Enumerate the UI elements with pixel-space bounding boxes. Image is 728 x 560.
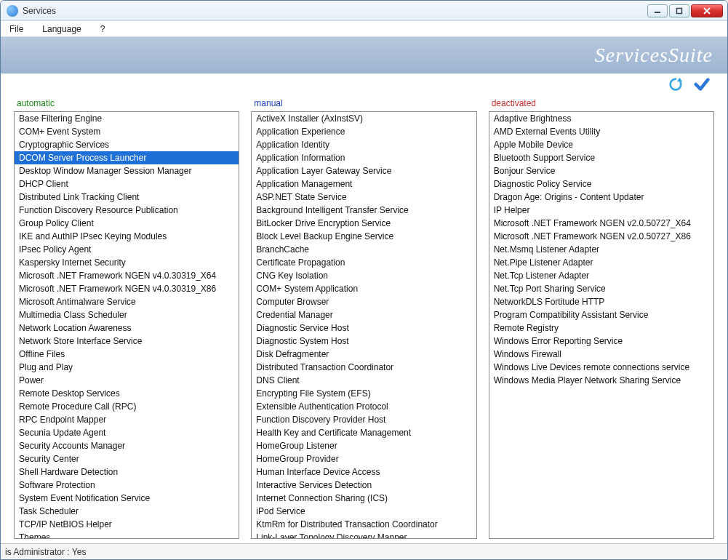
- list-item[interactable]: Kaspersky Internet Security: [15, 256, 239, 269]
- list-item[interactable]: IKE and AuthIP IPsec Keying Modules: [15, 230, 239, 243]
- list-item[interactable]: DNS Client: [252, 374, 476, 387]
- list-item[interactable]: Shell Hardware Detection: [15, 465, 239, 479]
- list-item[interactable]: Human Interface Device Access: [252, 465, 476, 479]
- list-item[interactable]: Health Key and Certificate Management: [252, 426, 476, 439]
- list-item[interactable]: Task Scheduler: [15, 505, 239, 518]
- list-item[interactable]: Encrypting File System (EFS): [252, 387, 476, 400]
- list-item[interactable]: Disk Defragmenter: [252, 348, 476, 361]
- list-item[interactable]: Cryptographic Services: [15, 138, 239, 151]
- list-item[interactable]: COM+ System Application: [252, 282, 476, 295]
- list-item[interactable]: Bonjour Service: [489, 164, 713, 177]
- list-item[interactable]: Bluetooth Support Service: [489, 151, 713, 164]
- list-item[interactable]: Group Policy Client: [15, 217, 239, 230]
- list-item[interactable]: DCOM Server Process Launcher: [15, 151, 239, 164]
- list-item[interactable]: Themes: [15, 531, 239, 539]
- menu-help[interactable]: ?: [96, 23, 110, 36]
- list-item[interactable]: Microsoft .NET Framework NGEN v2.0.50727…: [489, 217, 713, 230]
- list-item[interactable]: Secunia Update Agent: [15, 426, 239, 439]
- list-item[interactable]: Remote Procedure Call (RPC): [15, 400, 239, 413]
- list-item[interactable]: Link-Layer Topology Discovery Mapper: [252, 531, 476, 539]
- list-item[interactable]: Application Information: [252, 151, 476, 164]
- list-item[interactable]: BranchCache: [252, 243, 476, 256]
- minimize-button[interactable]: [647, 4, 668, 17]
- list-item[interactable]: Application Management: [252, 177, 476, 191]
- list-item[interactable]: Background Intelligent Transfer Service: [252, 204, 476, 217]
- list-item[interactable]: Application Identity: [252, 138, 476, 151]
- list-item[interactable]: Internet Connection Sharing (ICS): [252, 492, 476, 505]
- list-item[interactable]: Microsoft .NET Framework NGEN v4.0.30319…: [15, 269, 239, 282]
- list-item[interactable]: KtmRm for Distributed Transaction Coordi…: [252, 518, 476, 531]
- list-item[interactable]: Desktop Window Manager Session Manager: [15, 164, 239, 177]
- checkmark-icon[interactable]: [694, 76, 710, 92]
- list-item[interactable]: Distributed Link Tracking Client: [15, 191, 239, 204]
- list-item[interactable]: Credential Manager: [252, 308, 476, 321]
- list-item[interactable]: IPsec Policy Agent: [15, 243, 239, 256]
- list-item[interactable]: ASP.NET State Service: [252, 191, 476, 204]
- list-item[interactable]: Net.Tcp Port Sharing Service: [489, 282, 713, 295]
- list-item[interactable]: System Event Notification Service: [15, 492, 239, 505]
- list-item[interactable]: Program Compatibility Assistant Service: [489, 308, 713, 321]
- list-item[interactable]: Diagnostic Service Host: [252, 321, 476, 335]
- list-item[interactable]: COM+ Event System: [15, 125, 239, 138]
- list-item[interactable]: Security Accounts Manager: [15, 439, 239, 452]
- list-item[interactable]: Apple Mobile Device: [489, 138, 713, 151]
- list-item[interactable]: Windows Live Devices remote connections …: [489, 361, 713, 374]
- list-item[interactable]: BitLocker Drive Encryption Service: [252, 217, 476, 230]
- list-item[interactable]: Windows Firewall: [489, 348, 713, 361]
- listbox-automatic[interactable]: Base Filtering EngineCOM+ Event SystemCr…: [14, 111, 239, 539]
- list-item[interactable]: Windows Error Reporting Service: [489, 335, 713, 348]
- list-item[interactable]: NetworkDLS Fortitude HTTP: [489, 295, 713, 308]
- list-item[interactable]: ActiveX Installer (AxInstSV): [252, 112, 476, 125]
- close-button[interactable]: [691, 4, 723, 17]
- column-deactivated: deactivated Adaptive BrightnessAMD Exter…: [489, 95, 714, 539]
- list-item[interactable]: Microsoft .NET Framework NGEN v4.0.30319…: [15, 282, 239, 295]
- list-item[interactable]: Microsoft .NET Framework NGEN v2.0.50727…: [489, 230, 713, 243]
- list-item[interactable]: Net.Pipe Listener Adapter: [489, 256, 713, 269]
- list-item[interactable]: AMD External Events Utility: [489, 125, 713, 138]
- list-item[interactable]: TCP/IP NetBIOS Helper: [15, 518, 239, 531]
- list-item[interactable]: Application Layer Gateway Service: [252, 164, 476, 177]
- list-item[interactable]: Remote Registry: [489, 321, 713, 335]
- list-item[interactable]: Adaptive Brightness: [489, 112, 713, 125]
- list-item[interactable]: Block Level Backup Engine Service: [252, 230, 476, 243]
- list-item[interactable]: Function Discovery Provider Host: [252, 413, 476, 426]
- list-item[interactable]: Base Filtering Engine: [15, 112, 239, 125]
- list-item[interactable]: IP Helper: [489, 204, 713, 217]
- list-item[interactable]: Power: [15, 374, 239, 387]
- menu-language[interactable]: Language: [38, 23, 85, 36]
- list-item[interactable]: iPod Service: [252, 505, 476, 518]
- list-item[interactable]: Diagnostic System Host: [252, 335, 476, 348]
- list-item[interactable]: Net.Msmq Listener Adapter: [489, 243, 713, 256]
- list-item[interactable]: Security Center: [15, 452, 239, 465]
- list-item[interactable]: Offline Files: [15, 348, 239, 361]
- list-item[interactable]: Computer Browser: [252, 295, 476, 308]
- list-item[interactable]: Software Protection: [15, 479, 239, 492]
- list-item[interactable]: Network Location Awareness: [15, 321, 239, 335]
- list-item[interactable]: Interactive Services Detection: [252, 479, 476, 492]
- list-item[interactable]: Function Discovery Resource Publication: [15, 204, 239, 217]
- list-item[interactable]: Remote Desktop Services: [15, 387, 239, 400]
- list-item[interactable]: Extensible Authentication Protocol: [252, 400, 476, 413]
- list-item[interactable]: HomeGroup Listener: [252, 439, 476, 452]
- list-item[interactable]: RPC Endpoint Mapper: [15, 413, 239, 426]
- list-item[interactable]: Windows Media Player Network Sharing Ser…: [489, 374, 713, 387]
- list-item[interactable]: Multimedia Class Scheduler: [15, 308, 239, 321]
- list-item[interactable]: Dragon Age: Origins - Content Updater: [489, 191, 713, 204]
- menu-file[interactable]: File: [5, 23, 28, 36]
- titlebar[interactable]: Services: [1, 1, 727, 21]
- list-item[interactable]: Distributed Transaction Coordinator: [252, 361, 476, 374]
- list-item[interactable]: HomeGroup Provider: [252, 452, 476, 465]
- list-item[interactable]: Plug and Play: [15, 361, 239, 374]
- list-item[interactable]: DHCP Client: [15, 177, 239, 191]
- list-item[interactable]: Microsoft Antimalware Service: [15, 295, 239, 308]
- list-item[interactable]: Diagnostic Policy Service: [489, 177, 713, 191]
- list-item[interactable]: CNG Key Isolation: [252, 269, 476, 282]
- listbox-manual[interactable]: ActiveX Installer (AxInstSV)Application …: [251, 111, 476, 539]
- list-item[interactable]: Net.Tcp Listener Adapter: [489, 269, 713, 282]
- list-item[interactable]: Network Store Interface Service: [15, 335, 239, 348]
- list-item[interactable]: Certificate Propagation: [252, 256, 476, 269]
- list-item[interactable]: Application Experience: [252, 125, 476, 138]
- refresh-icon[interactable]: [668, 76, 684, 92]
- listbox-deactivated[interactable]: Adaptive BrightnessAMD External Events U…: [489, 111, 714, 539]
- maximize-button[interactable]: [669, 4, 689, 17]
